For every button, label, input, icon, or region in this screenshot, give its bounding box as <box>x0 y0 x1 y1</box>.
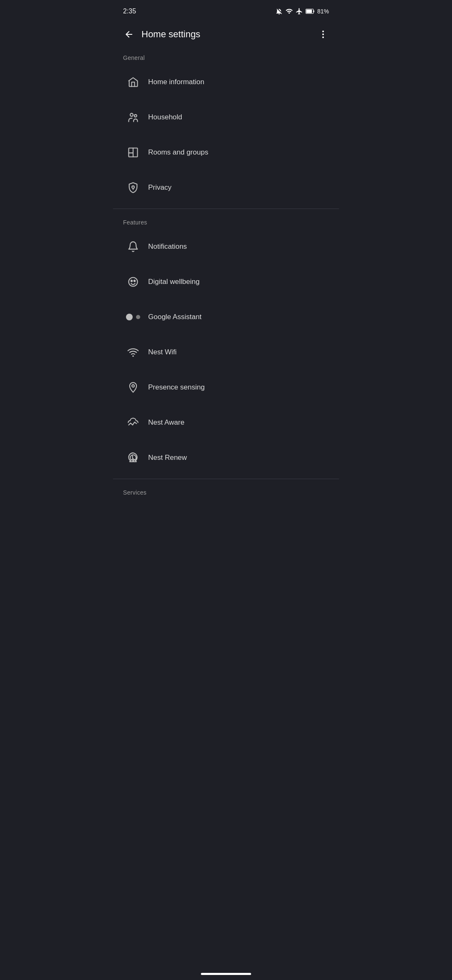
svg-rect-1 <box>313 10 314 13</box>
household-icon <box>123 107 143 127</box>
svg-point-7 <box>134 115 137 117</box>
page-title: Home settings <box>141 29 314 40</box>
toolbar: Home settings <box>113 21 339 48</box>
divider-features-services <box>113 479 339 479</box>
privacy-icon <box>123 178 143 198</box>
assistant-icon <box>123 307 143 327</box>
aware-icon <box>123 413 143 433</box>
digital-wellbeing-label: Digital wellbeing <box>148 278 200 286</box>
menu-item-presence-sensing[interactable]: Presence sensing <box>113 370 339 405</box>
svg-point-14 <box>131 280 133 282</box>
more-options-button[interactable] <box>314 25 332 44</box>
mute-icon <box>275 8 283 15</box>
divider-general-features <box>113 209 339 209</box>
section-services-label: Services <box>113 482 339 499</box>
status-bar: 2:35 81% <box>113 0 339 21</box>
svg-point-3 <box>322 31 324 32</box>
status-icons: 81% <box>275 8 329 15</box>
section-features: Features Notifications Digital wellbeing <box>113 212 339 475</box>
wifi-status-icon <box>285 8 293 15</box>
menu-item-nest-aware[interactable]: Nest Aware <box>113 405 339 440</box>
section-general-label: General <box>113 48 339 64</box>
airplane-icon <box>295 8 303 15</box>
section-services: Services <box>113 482 339 499</box>
privacy-label: Privacy <box>148 183 172 192</box>
rooms-icon <box>123 142 143 162</box>
menu-item-digital-wellbeing[interactable]: Digital wellbeing <box>113 264 339 299</box>
presence-sensing-label: Presence sensing <box>148 383 205 392</box>
svg-point-16 <box>132 356 134 357</box>
household-label: Household <box>148 113 182 121</box>
nest-wifi-label: Nest Wifi <box>148 348 177 356</box>
battery-icon <box>306 8 315 15</box>
svg-point-15 <box>134 280 136 282</box>
svg-rect-2 <box>306 10 312 13</box>
home-icon <box>123 72 143 92</box>
svg-point-17 <box>132 385 134 387</box>
menu-item-rooms-and-groups[interactable]: Rooms and groups <box>113 135 339 170</box>
nest-renew-label: Nest Renew <box>148 454 187 462</box>
nest-aware-label: Nest Aware <box>148 418 185 427</box>
battery-percentage: 81% <box>317 8 329 15</box>
back-button[interactable] <box>120 25 138 44</box>
menu-item-home-information[interactable]: Home information <box>113 64 339 100</box>
menu-item-privacy[interactable]: Privacy <box>113 170 339 205</box>
renew-icon <box>123 448 143 468</box>
menu-item-household[interactable]: Household <box>113 100 339 135</box>
menu-item-google-assistant[interactable]: Google Assistant <box>113 299 339 335</box>
presence-icon <box>123 377 143 397</box>
google-assistant-label: Google Assistant <box>148 313 202 321</box>
home-information-label: Home information <box>148 78 204 86</box>
wellbeing-icon <box>123 272 143 292</box>
section-general: General Home information Household <box>113 48 339 205</box>
more-dots-icon <box>318 29 328 39</box>
section-features-label: Features <box>113 212 339 229</box>
menu-item-nest-wifi[interactable]: Nest Wifi <box>113 335 339 370</box>
svg-point-4 <box>322 34 324 35</box>
bell-icon <box>123 237 143 257</box>
wifi-icon <box>123 342 143 362</box>
rooms-and-groups-label: Rooms and groups <box>148 148 208 157</box>
svg-point-6 <box>130 113 133 116</box>
back-arrow-icon <box>124 29 134 39</box>
svg-point-5 <box>322 36 324 38</box>
notifications-label: Notifications <box>148 242 187 251</box>
status-time: 2:35 <box>123 8 136 15</box>
menu-item-notifications[interactable]: Notifications <box>113 229 339 264</box>
menu-item-nest-renew[interactable]: Nest Renew <box>113 440 339 475</box>
